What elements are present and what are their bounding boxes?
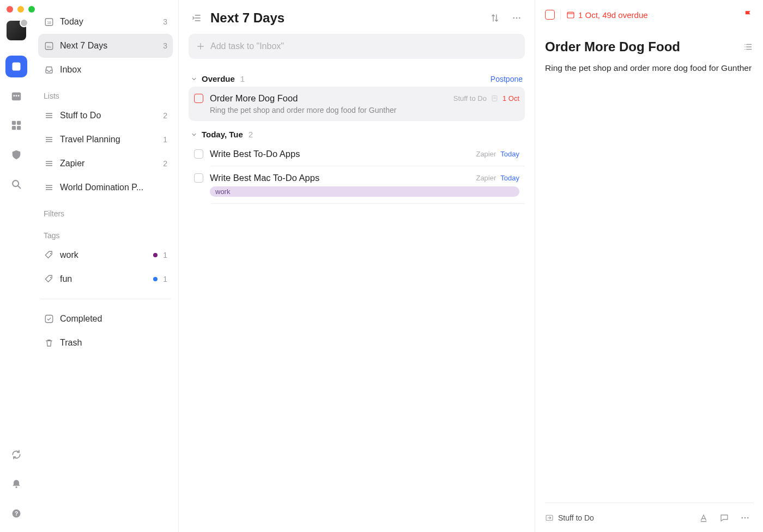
section-overdue-header[interactable]: Overdue 1 Postpone <box>189 71 525 87</box>
maximize-window-button[interactable] <box>28 6 35 13</box>
sidebar-tags-header: Tags <box>38 221 173 243</box>
rail-help[interactable]: ? <box>5 503 27 524</box>
task-list-label: Zapier <box>476 150 496 158</box>
help-icon: ? <box>11 508 22 519</box>
svg-point-56 <box>747 517 749 518</box>
add-task-input[interactable]: Add task to "Inbox" <box>189 34 525 59</box>
sidebar-tag-fun[interactable]: fun 1 <box>38 267 173 291</box>
sidebar-item-next7days[interactable]: Mo Next 7 Days 3 <box>38 34 173 58</box>
svg-point-51 <box>744 49 746 50</box>
sidebar-item-label: work <box>60 250 78 260</box>
task-item[interactable]: Order More Dog Food Stuff to Do 1 Oct Ri… <box>189 87 525 121</box>
sidebar-filters-header: Filters <box>38 200 173 221</box>
sidebar-item-inbox[interactable]: Inbox <box>38 58 173 82</box>
detail-panel: 1 Oct, 49d overdue Order More Dog Food R… <box>535 0 763 532</box>
sidebar-item-count: 2 <box>163 159 167 168</box>
avatar-status-badge <box>20 19 28 27</box>
task-title: Write Best Mac To-Do Apps <box>210 173 319 183</box>
svg-point-54 <box>741 517 743 518</box>
detail-comment-button[interactable] <box>716 510 732 526</box>
list-icon <box>43 111 56 120</box>
sidebar-item-count: 3 <box>163 17 167 26</box>
text-style-icon <box>699 513 708 523</box>
task-item[interactable]: Write Best Mac To-Do Apps Zapier Today w… <box>189 166 525 203</box>
detail-more-button[interactable] <box>737 510 753 526</box>
detail-list-label[interactable]: Stuff to Do <box>558 513 594 522</box>
task-list-label: Zapier <box>476 174 496 182</box>
trash-icon <box>43 338 56 348</box>
rail-search[interactable] <box>5 173 27 195</box>
rail-matrix[interactable] <box>5 114 27 136</box>
clock-shield-icon <box>10 149 22 161</box>
svg-point-50 <box>744 46 746 47</box>
note-icon <box>491 95 498 102</box>
svg-text:18: 18 <box>47 21 51 25</box>
task-item[interactable]: Write Best To-Do Apps Zapier Today <box>189 142 525 166</box>
rail-tasks[interactable] <box>5 56 27 77</box>
sidebar-completed[interactable]: Completed <box>38 307 173 331</box>
section-today-header[interactable]: Today, Tue 2 <box>189 126 525 142</box>
svg-rect-3 <box>16 95 17 96</box>
close-window-button[interactable] <box>7 6 13 13</box>
bell-icon <box>11 479 22 489</box>
sidebar-item-count: 1 <box>163 135 167 144</box>
view-toggle-button[interactable] <box>189 10 205 26</box>
window-controls[interactable] <box>7 6 35 13</box>
sidebar-list-zapier[interactable]: Zapier 2 <box>38 152 173 176</box>
rail-calendar[interactable] <box>5 85 27 107</box>
sidebar-item-today[interactable]: 18 Today 3 <box>38 10 173 34</box>
detail-flag-button[interactable] <box>743 10 753 20</box>
task-checkbox[interactable] <box>194 94 203 103</box>
postpone-button[interactable]: Postpone <box>491 75 523 83</box>
minimize-window-button[interactable] <box>17 6 24 13</box>
detail-text-style-button[interactable] <box>695 510 712 526</box>
add-task-placeholder: Add task to "Inbox" <box>210 41 284 51</box>
task-checkbox[interactable] <box>194 149 203 159</box>
sync-icon <box>11 449 22 460</box>
svg-rect-44 <box>567 12 574 18</box>
flag-icon <box>743 10 753 20</box>
sidebar-item-label: fun <box>60 274 72 284</box>
sort-button[interactable] <box>487 10 503 26</box>
sidebar-list-world[interactable]: World Domination P... <box>38 176 173 200</box>
detail-due-button[interactable]: 1 Oct, 49d overdue <box>566 10 648 20</box>
detail-body[interactable]: Ring the pet shop and order more dog foo… <box>545 62 753 74</box>
list-icon <box>43 135 56 144</box>
calendar-icon <box>10 90 22 102</box>
task-due: 1 Oct <box>502 94 519 102</box>
sort-icon <box>490 13 500 23</box>
main-panel: Next 7 Days Add task to "Inbox" Overdue … <box>179 0 535 532</box>
rail-notifications[interactable] <box>5 473 27 495</box>
sidebar-item-label: Travel Planning <box>60 135 120 144</box>
more-button[interactable] <box>508 10 525 26</box>
chevron-down-icon <box>191 76 198 82</box>
more-icon <box>740 513 750 523</box>
section-count: 1 <box>240 74 245 83</box>
sidebar-list-stufftodo[interactable]: Stuff to Do 2 <box>38 104 173 128</box>
avatar[interactable] <box>7 21 26 40</box>
tag-icon <box>43 274 56 284</box>
detail-checkbox[interactable] <box>545 10 555 20</box>
svg-rect-8 <box>17 126 21 130</box>
detail-title-text[interactable]: Order More Dog Food <box>545 39 680 55</box>
comment-icon <box>719 513 729 523</box>
task-divider <box>210 203 525 204</box>
sidebar-item-label: World Domination P... <box>60 183 143 192</box>
sidebar-tag-work[interactable]: work 1 <box>38 243 173 267</box>
task-checkbox[interactable] <box>194 173 203 183</box>
main-title: Next 7 Days <box>210 10 481 26</box>
svg-text:?: ? <box>15 511 18 517</box>
calendar-week-icon: Mo <box>43 41 56 51</box>
task-tag[interactable]: work <box>210 186 519 197</box>
sidebar-item-label: Zapier <box>60 159 84 168</box>
move-to-list-icon <box>545 513 554 522</box>
detail-outline-button[interactable] <box>743 42 753 52</box>
calendar-today-icon: 18 <box>43 17 56 27</box>
sidebar-list-travel[interactable]: Travel Planning 1 <box>38 128 173 152</box>
rail-pomo[interactable] <box>5 144 27 166</box>
sidebar-trash[interactable]: Trash <box>38 331 173 355</box>
icon-rail: ? <box>0 0 33 532</box>
task-description: Ring the pet shop and order more dog foo… <box>210 106 519 114</box>
rail-sync[interactable] <box>5 444 27 466</box>
svg-rect-7 <box>12 126 16 130</box>
